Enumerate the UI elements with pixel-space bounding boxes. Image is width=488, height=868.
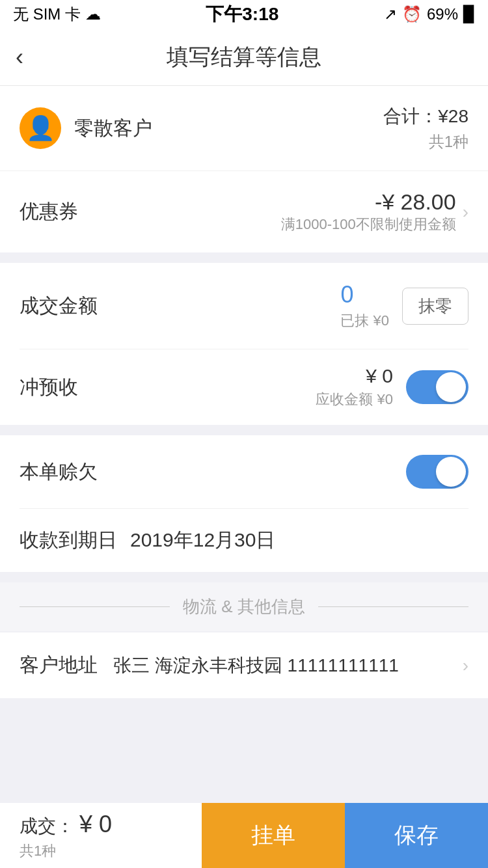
pending-button[interactable]: 挂单 (202, 803, 345, 868)
debt-row: 本单赊欠 (20, 435, 468, 509)
debt-toggle-knob (436, 457, 466, 487)
customer-row: 👤 零散客户 合计：¥28 共1种 (0, 86, 488, 170)
status-bar: 无 SIM 卡 ☁ 下午3:18 ↗ ⏰ 69% ▉ (0, 0, 488, 29)
avatar-icon: 👤 (26, 115, 55, 142)
customer-name: 零散客户 (74, 115, 152, 142)
debt-section: 本单赊欠 收款到期日 2019年12月30日 (0, 435, 488, 572)
back-button[interactable]: ‹ (16, 44, 23, 71)
alarm-icon: ⏰ (402, 5, 422, 23)
status-time: 下午3:18 (206, 2, 278, 27)
advance-row: 冲预收 ¥ 0 应收金额 ¥0 (20, 349, 468, 425)
logistics-section: 物流 & 其他信息 (0, 582, 488, 631)
total-label: 合计：¥28 (383, 104, 468, 129)
debt-label: 本单赊欠 (20, 459, 98, 485)
advance-value: ¥ 0 (316, 365, 393, 387)
page-title: 填写结算等信息 (167, 42, 321, 72)
location-icon: ↗ (384, 5, 397, 23)
advance-receivable: 应收金额 ¥0 (316, 390, 393, 409)
address-value: 张三 海淀永丰科技园 11111111111 (113, 653, 456, 678)
deal-amount-label: 成交金额 (20, 293, 98, 319)
nav-bar: ‹ 填写结算等信息 (0, 29, 488, 86)
advance-right: ¥ 0 应收金额 ¥0 (316, 365, 468, 409)
bottom-bar: 成交： ¥ 0 共1种 挂单 保存 (0, 803, 488, 868)
due-date-row: 收款到期日 2019年12月30日 (20, 509, 468, 572)
coupon-info: -¥ 28.00 满1000-100不限制使用金额 (281, 189, 456, 234)
customer-section: 👤 零散客户 合计：¥28 共1种 优惠券 -¥ 28.00 满1000-100… (0, 86, 488, 252)
bottom-summary: 成交： ¥ 0 共1种 (0, 811, 202, 861)
due-date-label: 收款到期日 (20, 527, 117, 554)
customer-right: 合计：¥28 共1种 (383, 104, 468, 152)
debt-toggle[interactable] (406, 455, 468, 489)
battery-level: 69% (427, 5, 458, 23)
avatar: 👤 (20, 107, 61, 149)
total-count: 共1种 (383, 131, 468, 152)
toggle-knob (436, 372, 466, 402)
logistics-label: 物流 & 其他信息 (170, 595, 318, 618)
chevron-right-icon: › (463, 202, 468, 223)
status-right: ↗ ⏰ 69% ▉ (384, 5, 475, 23)
coupon-label: 优惠券 (20, 198, 78, 225)
bottom-deal-amount: ¥ 0 (79, 811, 112, 838)
address-chevron-icon: › (463, 655, 468, 676)
address-section: 客户地址 张三 海淀永丰科技园 11111111111 › (0, 632, 488, 698)
advance-toggle[interactable] (406, 370, 468, 404)
deal-amount-row: 成交金额 0 已抹 ¥0 抹零 (20, 263, 468, 349)
deal-value-group: 0 已抹 ¥0 (340, 281, 389, 331)
coupon-amount: -¥ 28.00 (281, 189, 456, 215)
due-date-value: 2019年12月30日 (130, 527, 275, 554)
address-row[interactable]: 客户地址 张三 海淀永丰科技园 11111111111 › (20, 632, 468, 698)
coupon-desc: 满1000-100不限制使用金额 (281, 215, 456, 234)
deal-value: 0 (340, 281, 389, 308)
battery-icon: ▉ (463, 5, 475, 23)
advance-amount: ¥ 0 应收金额 ¥0 (316, 365, 393, 409)
address-label: 客户地址 (20, 652, 98, 679)
logistics-line-right (318, 606, 468, 607)
customer-left: 👤 零散客户 (20, 107, 152, 149)
deal-right: 0 已抹 ¥0 抹零 (340, 281, 468, 331)
deal-section: 成交金额 0 已抹 ¥0 抹零 冲预收 ¥ 0 应收金额 ¥0 (0, 263, 488, 425)
coupon-right: -¥ 28.00 满1000-100不限制使用金额 › (281, 189, 468, 234)
logistics-line-left (20, 606, 170, 607)
round-zero-button[interactable]: 抹零 (402, 288, 468, 325)
status-left: 无 SIM 卡 ☁ (13, 4, 101, 25)
bottom-deal-line: 成交： ¥ 0 (20, 811, 182, 839)
deal-sub: 已抹 ¥0 (340, 311, 389, 331)
bottom-count: 共1种 (20, 841, 182, 861)
sim-status: 无 SIM 卡 ☁ (13, 4, 101, 25)
bottom-deal-label: 成交： (20, 814, 74, 839)
coupon-row[interactable]: 优惠券 -¥ 28.00 满1000-100不限制使用金额 › (0, 170, 488, 252)
advance-label: 冲预收 (20, 374, 78, 401)
save-button[interactable]: 保存 (345, 803, 488, 868)
